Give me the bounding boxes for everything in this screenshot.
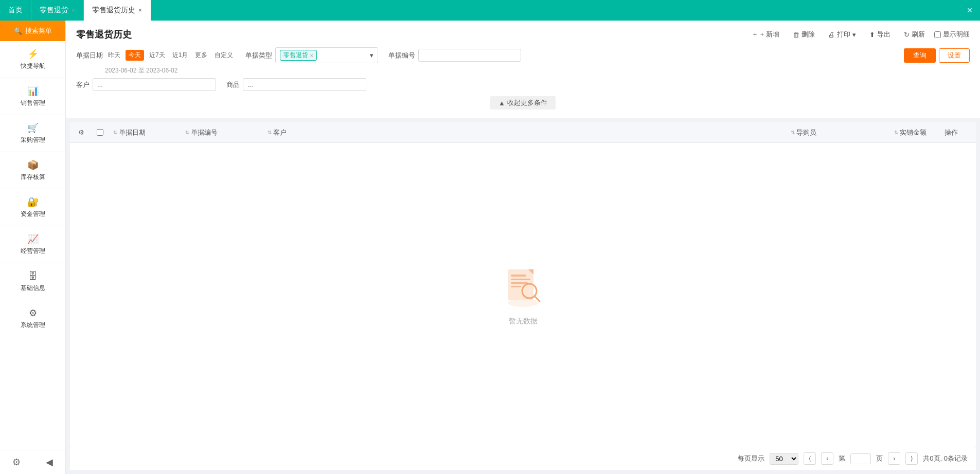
th-guide-sort-icon: ⇅ [791, 130, 795, 135]
top-bar: 首页 零售退货 × 零售退货历史 × × [0, 0, 980, 21]
sidebar-item-inventory-label: 库存核算 [21, 173, 45, 181]
print-icon: 🖨 [828, 31, 835, 39]
sidebar: 🔍 搜索菜单 ⚡ 快捷导航 📊 销售管理 🛒 采购管理 📦 库存核算 🔐 资金管… [0, 21, 66, 474]
th-date-sort-icon: ⇅ [113, 130, 117, 135]
date-filter-label: 单据日期 [76, 51, 103, 60]
operations-icon: 📈 [27, 233, 39, 245]
svg-rect-4 [511, 282, 528, 284]
delete-icon: 🗑 [793, 31, 799, 39]
bill-number-input[interactable] [418, 49, 521, 62]
page-size-select[interactable]: 20 50 100 [770, 453, 798, 465]
bill-type-label: 单据类型 [245, 51, 272, 60]
show-detail-input[interactable] [934, 31, 941, 38]
bill-type-filter: 单据类型 零售退货 × ▾ [245, 47, 378, 63]
customer-input[interactable] [93, 78, 216, 91]
sidebar-item-quick-nav[interactable]: ⚡ 快捷导航 [0, 41, 65, 78]
next-page-button[interactable]: › [888, 452, 900, 465]
settings-bottom-icon[interactable]: ⚙ [12, 457, 21, 468]
print-button[interactable]: 🖨 打印 ▾ [824, 28, 860, 41]
shortcut-custom[interactable]: 自定义 [212, 50, 235, 61]
shortcut-today[interactable]: 今天 [126, 50, 144, 61]
bill-type-tag-label: 零售退货 [283, 51, 308, 60]
shortcut-1month[interactable]: 近1月 [170, 50, 190, 61]
th-guide: ⇅ 导购员 [787, 128, 869, 137]
sidebar-item-basic-info[interactable]: 🗄 基础信息 [0, 263, 65, 300]
shortcut-yesterday[interactable]: 昨天 [106, 50, 122, 61]
bill-number-filter: 单据编号 [388, 49, 521, 62]
inventory-icon: 📦 [27, 159, 39, 171]
last-page-button[interactable]: ⟩ [905, 452, 918, 465]
sidebar-item-system-label: 系统管理 [21, 321, 45, 330]
content-area: 零售退货历史 ＋ + 新增 🗑 删除 🖨 打印 ▾ [66, 21, 980, 474]
quick-nav-icon: ⚡ [27, 48, 39, 60]
tab-retail-return-close[interactable]: × [72, 7, 75, 14]
refresh-label: 刷新 [912, 30, 925, 39]
date-shortcuts: 昨天 今天 近7天 近1月 更多 自定义 [106, 50, 235, 61]
th-amount: ⇅ 实销金额 [869, 128, 931, 137]
purchase-icon: 🛒 [27, 122, 39, 134]
delete-button[interactable]: 🗑 删除 [789, 28, 819, 41]
export-button[interactable]: ⬆ 导出 [865, 28, 895, 41]
sidebar-item-purchase-label: 采购管理 [21, 136, 45, 144]
tab-home-label: 首页 [8, 6, 23, 15]
settings-col-icon: ⚙ [78, 129, 84, 136]
shortcut-more[interactable]: 更多 [193, 50, 209, 61]
page-word: 第 [839, 454, 845, 463]
show-detail-checkbox[interactable]: 显示明细 [934, 30, 970, 39]
sidebar-item-quick-nav-label: 快捷导航 [21, 62, 45, 70]
tab-home[interactable]: 首页 [0, 0, 31, 21]
query-button[interactable]: 查询 [904, 48, 936, 63]
sidebar-item-inventory[interactable]: 📦 库存核算 [0, 152, 65, 189]
tab-retail-return[interactable]: 零售退货 × [31, 0, 84, 21]
sidebar-item-sales-label: 销售管理 [21, 99, 45, 107]
bill-type-tag-close[interactable]: × [310, 52, 313, 59]
first-page-button[interactable]: ⟨ [804, 452, 816, 465]
svg-rect-3 [511, 279, 530, 280]
shortcut-7days[interactable]: 近7天 [147, 50, 167, 61]
sidebar-search[interactable]: 🔍 搜索菜单 [0, 21, 65, 41]
sidebar-item-operations[interactable]: 📈 经营管理 [0, 226, 65, 263]
table-header: ⚙ ⇅ 单据日期 ⇅ 单据编号 ⇅ 客户 ⇅ [70, 122, 976, 143]
empty-state: 暂无数据 [497, 264, 549, 326]
th-guide-label: 导购员 [796, 128, 816, 137]
tab-retail-return-history-close[interactable]: × [138, 7, 142, 14]
th-bill: ⇅ 单据编号 [181, 128, 263, 137]
system-icon: ⚙ [27, 307, 39, 319]
prev-page-button[interactable]: ‹ [821, 452, 833, 465]
collapse-filters-button[interactable]: ▲ 收起更多条件 [490, 96, 556, 110]
show-detail-label: 显示明细 [943, 30, 970, 39]
svg-rect-1 [508, 269, 533, 300]
th-bill-sort-icon: ⇅ [185, 130, 189, 135]
sidebar-item-basic-info-label: 基础信息 [21, 284, 45, 293]
tab-retail-return-history[interactable]: 零售退货历史 × [84, 0, 151, 21]
th-customer-sort-icon: ⇅ [268, 130, 272, 135]
new-button[interactable]: ＋ + 新增 [747, 28, 783, 41]
bill-type-select[interactable]: 零售退货 × ▾ [275, 47, 378, 63]
page-number-input[interactable]: 1 [850, 453, 871, 464]
toolbar: ＋ + 新增 🗑 删除 🖨 打印 ▾ ⬆ 导出 [747, 28, 970, 41]
export-icon: ⬆ [869, 31, 875, 39]
table-area: ⚙ ⇅ 单据日期 ⇅ 单据编号 ⇅ 客户 ⇅ [70, 122, 976, 447]
bill-type-tag: 零售退货 × [280, 50, 316, 61]
goods-input[interactable] [243, 78, 366, 91]
sidebar-item-purchase[interactable]: 🛒 采购管理 [0, 115, 65, 152]
tab-retail-return-label: 零售退货 [40, 6, 68, 15]
sidebar-item-sales[interactable]: 📊 销售管理 [0, 78, 65, 115]
sidebar-bottom-icons: ⚙ ◀ [0, 450, 65, 474]
sidebar-item-system[interactable]: ⚙ 系统管理 [0, 300, 65, 337]
total-records: 共0页, 0条记录 [923, 454, 968, 463]
window-close-button[interactable]: × [959, 0, 980, 21]
refresh-button[interactable]: ↻ 刷新 [900, 28, 929, 41]
new-icon: ＋ [752, 30, 758, 39]
main-layout: 🔍 搜索菜单 ⚡ 快捷导航 📊 销售管理 🛒 采购管理 📦 库存核算 🔐 资金管… [0, 21, 980, 474]
table-body: 暂无数据 [70, 143, 976, 447]
select-all-checkbox[interactable] [97, 129, 103, 136]
settings-button[interactable]: 设置 [939, 48, 970, 63]
th-check[interactable] [93, 129, 109, 136]
th-settings[interactable]: ⚙ [74, 129, 93, 136]
page-header: 零售退货历史 ＋ + 新增 🗑 删除 🖨 打印 ▾ [66, 21, 980, 118]
th-customer-label: 客户 [273, 128, 287, 137]
delete-label: 删除 [801, 30, 815, 39]
collapse-sidebar-icon[interactable]: ◀ [46, 457, 53, 468]
sidebar-item-finance[interactable]: 🔐 资金管理 [0, 189, 65, 226]
